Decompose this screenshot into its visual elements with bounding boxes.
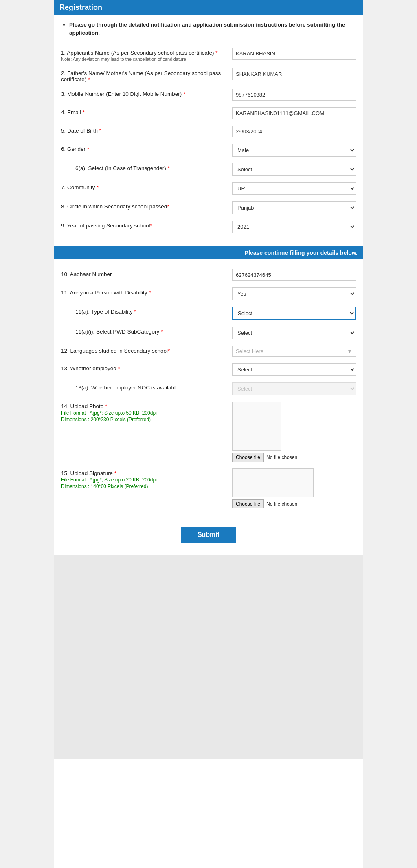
form-row-13a: 13(a). Whether employer NOC is available… [61,381,356,397]
label-10: 10. Aadhaar Number [61,269,232,277]
input-wrapper-5 [232,126,356,137]
signature-file-row: Choose file No file chosen [232,499,297,508]
label-11: 11. Are you a Person with Disability * [61,287,232,296]
input-wrapper-8: Punjab Haryana Delhi [232,201,356,214]
page-title: Registration [54,0,363,15]
form-row-13: 13. Whether employed * Select Yes No [61,362,356,378]
label-2: 2. Father's Name/ Mother's Name (As per … [61,68,232,82]
label-12: 12. Languages studied in Secondary schoo… [61,346,232,354]
form-row-8: 8. Circle in which Secondary school pass… [61,200,356,216]
form-row-5: 5. Date of Birth * [61,124,356,139]
photo-file-format: File Format : *.jpg*; Size upto 50 KB; 2… [61,410,228,416]
label-14: 14. Upload Photo * File Format : *.jpg*;… [61,402,232,422]
instruction-box: Please go through the detailed notificat… [54,15,363,42]
input-wrapper-11: Yes No [232,287,356,300]
form-row-11ai: 11(a)(i). Select PWD SubCategory * Selec… [61,325,356,341]
signature-file-format: File Format : *.jpg*; Size upto 20 KB; 2… [61,477,228,483]
input-wrapper-6: Male Female Transgender [232,144,356,157]
form-row-1: 1. Applicant's Name (As per Secondary sc… [61,46,356,63]
pwd-select[interactable]: Yes No [232,287,356,300]
photo-dimensions: Dimensions : 200*230 Pixcels (Preferred) [61,417,228,422]
email-input[interactable] [232,107,356,119]
label-3: 3. Mobile Number (Enter 10 Digit Mobile … [61,89,232,97]
label-7: 7. Community * [61,182,232,190]
label-1: 1. Applicant's Name (As per Secondary sc… [61,48,232,62]
noc-select[interactable]: Select Yes No [232,382,356,395]
input-wrapper-12: Select Here ▼ [232,346,356,357]
section-divider: Please continue filling your details bel… [54,246,363,259]
label-4: 4. Email * [61,107,232,115]
dropdown-arrow-icon: ▼ [347,348,352,354]
signature-dimensions: Dimensions : 140*60 Pixcels (Preferred) [61,484,228,489]
aadhaar-input[interactable] [232,269,356,281]
languages-multiselect[interactable]: Select Here ▼ [232,346,356,357]
label-5: 5. Date of Birth * [61,126,232,134]
input-wrapper-9: 2021 2020 2019 [232,221,356,233]
input-wrapper-3 [232,89,356,101]
form-row-9: 9. Year of passing Secondary school* 202… [61,219,356,235]
label-8: 8. Circle in which Secondary school pass… [61,201,232,210]
label-6: 6. Gender * [61,144,232,152]
submit-row: Submit [54,517,363,555]
submit-button[interactable]: Submit [181,527,236,543]
form-row-6: 6. Gender * Male Female Transgender [61,142,356,158]
photo-choose-file-button[interactable]: Choose file [232,453,264,462]
input-wrapper-14: Choose file No file chosen [232,402,356,462]
label-15: 15. Upload Signature * File Format : *.j… [61,468,232,489]
form-section-1: 1. Applicant's Name (As per Secondary sc… [54,42,363,242]
note-1: Note: Any deviation may lead to the canc… [61,57,228,62]
bottom-gray-area [54,555,363,759]
form-row-15: 15. Upload Signature * File Format : *.j… [61,467,356,510]
input-wrapper-1 [232,48,356,60]
form-row-4: 4. Email * [61,106,356,121]
signature-preview [232,468,314,497]
upload-signature-label: 15. Upload Signature * [61,470,228,476]
label-13a: 13(a). Whether employer NOC is available [61,382,232,391]
form-row-12: 12. Languages studied in Secondary schoo… [61,344,356,358]
label-11ai: 11(a)(i). Select PWD SubCategory * [61,327,232,335]
employed-select[interactable]: Select Yes No [232,363,356,376]
form-row-11a: 11(a). Type of Disability * Select [61,305,356,322]
input-wrapper-2 [232,68,356,80]
signature-upload-area: Choose file No file chosen [232,468,356,508]
circle-select[interactable]: Punjab Haryana Delhi [232,201,356,214]
photo-file-row: Choose file No file chosen [232,453,297,462]
year-select[interactable]: 2021 2020 2019 [232,221,356,233]
label-9: 9. Year of passing Secondary school* [61,221,232,229]
input-wrapper-15: Choose file No file chosen [232,468,356,508]
applicant-name-input[interactable] [232,48,356,60]
form-row-14: 14. Upload Photo * File Format : *.jpg*;… [61,400,356,464]
form-row-2: 2. Father's Name/ Mother's Name (As per … [61,66,356,84]
form-row-6a: 6(a). Select (In Case of Transgender) * … [61,161,356,177]
page-wrapper: Registration Please go through the detai… [54,0,363,868]
input-wrapper-13: Select Yes No [232,363,356,376]
input-wrapper-4 [232,107,356,119]
label-11a: 11(a). Type of Disability * [61,307,232,315]
form-row-11: 11. Are you a Person with Disability * Y… [61,286,356,302]
signature-choose-file-button[interactable]: Choose file [232,499,264,508]
input-wrapper-10 [232,269,356,281]
dob-input[interactable] [232,126,356,137]
upload-photo-label: 14. Upload Photo * [61,403,228,409]
input-wrapper-13a: Select Yes No [232,382,356,395]
gender-select[interactable]: Male Female Transgender [232,144,356,157]
father-name-input[interactable] [232,68,356,80]
input-wrapper-11ai: Select [232,327,356,339]
languages-placeholder: Select Here [236,348,263,354]
form-row-3: 3. Mobile Number (Enter 10 Digit Mobile … [61,87,356,102]
transgender-select[interactable]: Select [232,163,356,176]
label-13: 13. Whether employed * [61,363,232,371]
disability-type-select[interactable]: Select [232,307,356,320]
instruction-text: Please go through the detailed notificat… [69,21,356,38]
label-6a: 6(a). Select (In Case of Transgender) * [61,163,232,171]
input-wrapper-11a: Select [232,307,356,320]
photo-upload-area: Choose file No file chosen [232,402,356,462]
signature-no-file-text: No file chosen [266,501,297,507]
pwd-subcategory-select[interactable]: Select [232,327,356,339]
community-select[interactable]: UR OBC SC ST [232,182,356,195]
form-row-10: 10. Aadhaar Number [61,267,356,283]
input-wrapper-7: UR OBC SC ST [232,182,356,195]
required-star: * [215,50,217,56]
mobile-input[interactable] [232,89,356,101]
form-row-7: 7. Community * UR OBC SC ST [61,181,356,197]
